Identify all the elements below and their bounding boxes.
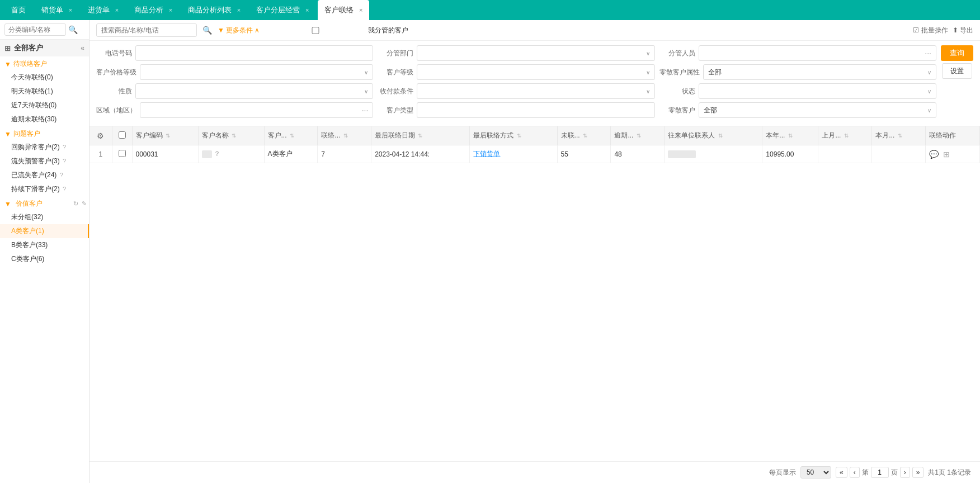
sidebar-all-customers[interactable]: ⊞ 全部客户 «	[0, 40, 89, 56]
nature-arrow-icon: ∨	[364, 88, 368, 94]
sort-last-month-icon[interactable]: ⇅	[844, 132, 849, 139]
sidebar-item-7days[interactable]: 近7天待联络(0)	[0, 98, 89, 112]
last-method-link[interactable]: 下销货单	[473, 150, 500, 158]
sidebar-item-churn-warning[interactable]: 流失预警客户(3) ?	[0, 154, 89, 168]
nav-customer-tier[interactable]: 客户分层经营 ×	[249, 0, 315, 20]
chat-action-icon[interactable]: 💬	[929, 150, 939, 159]
row-contact: 7	[318, 145, 371, 163]
row-overdue: 48	[611, 145, 665, 163]
sort-contact-person-icon[interactable]: ⇅	[718, 132, 723, 139]
manager-input[interactable]: ···	[699, 45, 936, 61]
price-level-select[interactable]: ∨	[140, 64, 373, 80]
sort-name-icon[interactable]: ⇅	[232, 132, 236, 139]
row-checkbox[interactable]	[119, 150, 126, 157]
sidebar-item-ungroup[interactable]: 未分组(32)	[0, 210, 89, 224]
sidebar-item-declining[interactable]: 持续下滑客户(2) ?	[0, 182, 89, 196]
sidebar-group-pending[interactable]: ▼ 待联络客户	[0, 56, 89, 70]
nav-product-list[interactable]: 商品分析列表 ×	[181, 0, 247, 20]
phone-input[interactable]	[135, 45, 373, 61]
close-purchase-tab[interactable]: ×	[115, 7, 119, 13]
customer-level-select[interactable]: ∨	[417, 64, 654, 80]
sidebar: 🔍 ⊞ 全部客户 « ▼ 待联络客户 今天待联络(0) 明天待联络(1) 近7天…	[0, 20, 89, 483]
search-input[interactable]	[96, 23, 197, 37]
col-contact-person: 往来单位联系人 ⇅	[665, 126, 762, 145]
sort-contact-icon[interactable]: ⇅	[343, 132, 348, 139]
table-header-row: ⚙ 客户编码 ⇅ 客户名称 ⇅	[89, 126, 980, 145]
sidebar-item-overdue[interactable]: 逾期未联络(30)	[0, 112, 89, 126]
row-name: ？	[198, 145, 264, 163]
edit-value-group-icon[interactable]: ✎	[82, 200, 87, 207]
sidebar-search-icon[interactable]: 🔍	[68, 25, 78, 34]
sidebar-group-value[interactable]: ▼ 价值客户 ↻ ✎	[0, 196, 89, 210]
refresh-icon[interactable]: ↻	[73, 200, 78, 207]
mine-checkbox[interactable]	[265, 27, 366, 34]
col-no-contact: 未联... ⇅	[557, 126, 611, 145]
sidebar-item-c-class[interactable]: C类客户(6)	[0, 252, 89, 266]
gear-header[interactable]: ⚙	[89, 126, 112, 145]
query-button[interactable]: 查询	[941, 45, 973, 61]
sidebar-item-a-class[interactable]: A类客户(1)	[0, 224, 89, 238]
retail-customer-select[interactable]: 全部 ∨	[699, 102, 936, 118]
sidebar-group-problem[interactable]: ▼ 问题客户	[0, 126, 89, 140]
sort-code-icon[interactable]: ⇅	[166, 132, 170, 139]
sort-last-date-icon[interactable]: ⇅	[418, 132, 422, 139]
nav-product-analysis[interactable]: 商品分析 ×	[128, 0, 179, 20]
search-button[interactable]: 🔍	[202, 26, 212, 35]
sidebar-item-churned[interactable]: 已流失客户(24) ?	[0, 168, 89, 182]
sidebar-item-b-class[interactable]: B类客户(33)	[0, 238, 89, 252]
close-product-tab[interactable]: ×	[169, 7, 172, 13]
qr-action-icon[interactable]: ⊞	[943, 150, 950, 159]
sort-this-year-icon[interactable]: ⇅	[788, 132, 793, 139]
customer-type-input[interactable]	[417, 102, 654, 118]
nav-sales[interactable]: 销货单 ×	[35, 0, 79, 20]
row-checkbox-cell[interactable]	[112, 145, 132, 163]
more-filters-btn[interactable]: ▼ 更多条件 ∧	[218, 26, 260, 35]
nature-select[interactable]: ∨	[135, 83, 373, 99]
sort-overdue-icon[interactable]: ⇅	[637, 132, 641, 139]
page-input[interactable]	[871, 467, 889, 478]
status-select[interactable]: ∨	[699, 83, 936, 99]
payment-select[interactable]: ∨	[417, 83, 654, 99]
content-area: 🔍 ▼ 更多条件 ∧ 我分管的客户 ☑ 批量操作 ⬆ 导出	[89, 20, 980, 483]
settings-icon[interactable]: ⚙	[97, 131, 104, 140]
dept-select[interactable]: ∨	[417, 45, 654, 61]
table-area: ⚙ 客户编码 ⇅ 客户名称 ⇅	[89, 126, 980, 483]
field-price-level: 客户价格等级 ∨	[96, 64, 373, 80]
export-btn[interactable]: ⬆ 导出	[953, 26, 973, 35]
sidebar-search-input[interactable]	[4, 23, 66, 36]
field-dept: 分管部门 ∨	[378, 45, 654, 61]
prev-page-btn[interactable]: ‹	[850, 467, 860, 478]
sidebar-item-tomorrow[interactable]: 明天待联络(1)	[0, 84, 89, 98]
set-button[interactable]: 设置	[942, 63, 972, 79]
first-page-btn[interactable]: «	[836, 467, 847, 478]
table-row: 1 000031 ？ A类客户 7 2023-04-12 14:44	[89, 145, 980, 163]
last-page-btn[interactable]: »	[912, 467, 924, 478]
nav-customer-contact[interactable]: 客户联络 ×	[318, 0, 369, 20]
page-end-label: 页	[891, 468, 898, 477]
sidebar-collapse-btn[interactable]: «	[81, 44, 84, 52]
region-input[interactable]: ···	[140, 102, 373, 118]
close-all-btn[interactable]: ×	[970, 236, 976, 247]
close-tier-tab[interactable]: ×	[305, 7, 309, 13]
sort-type-icon[interactable]: ⇅	[290, 132, 294, 139]
mine-filter[interactable]: 我分管的客户	[265, 26, 408, 35]
retail-attr-select[interactable]: 全部 ∨	[703, 64, 936, 80]
close-contact-tab[interactable]: ×	[359, 7, 362, 13]
sort-this-month-icon[interactable]: ⇅	[898, 132, 902, 139]
row-last-method[interactable]: 下销货单	[470, 145, 557, 163]
close-product-list-tab[interactable]: ×	[237, 7, 241, 13]
batch-op-btn[interactable]: ☑ 批量操作	[913, 26, 948, 35]
select-all-checkbox[interactable]	[119, 131, 126, 139]
sort-last-method-icon[interactable]: ⇅	[517, 132, 521, 139]
sidebar-item-today[interactable]: 今天待联络(0)	[0, 70, 89, 84]
col-this-year: 本年... ⇅	[762, 126, 818, 145]
sidebar-item-abnormal[interactable]: 回购异常客户(2) ?	[0, 140, 89, 154]
sort-no-contact-icon[interactable]: ⇅	[583, 132, 587, 139]
nav-home[interactable]: 首页	[4, 0, 32, 20]
next-page-btn[interactable]: ›	[900, 467, 910, 478]
close-sales-tab[interactable]: ×	[69, 7, 72, 13]
checkbox-header[interactable]	[112, 126, 132, 145]
page-size-select[interactable]: 50 100 200	[800, 466, 831, 479]
table-container[interactable]: ⚙ 客户编码 ⇅ 客户名称 ⇅	[89, 126, 980, 461]
nav-purchase[interactable]: 进货单 ×	[81, 0, 125, 20]
